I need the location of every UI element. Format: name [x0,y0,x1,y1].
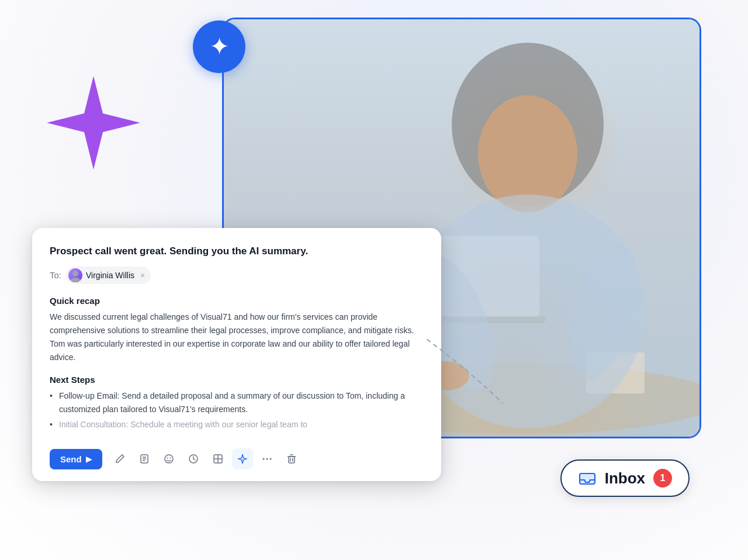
document-toolbar-button[interactable] [134,448,155,469]
clock-icon [188,454,199,464]
email-to-row: To: Virginia Willis × [50,267,424,284]
send-button[interactable]: Send ▶ [50,449,102,469]
inbox-icon-wrap [578,469,597,488]
svg-point-12 [70,278,81,282]
send-arrow-icon: ▶ [86,455,92,464]
more-dots-icon [262,454,272,464]
next-step-item-2: Initial Consultation: Schedule a meeting… [50,418,424,431]
inbox-pill[interactable]: Inbox 1 [560,459,690,497]
inbox-badge: 1 [653,469,672,488]
quick-recap-body: We discussed current legal challenges of… [50,310,424,364]
svg-rect-29 [289,457,295,463]
table-icon [213,454,223,464]
email-toolbar: Send ▶ [50,440,424,469]
send-label: Send [60,454,82,464]
ai-sparkle-icon: ✦ [209,34,230,59]
email-subject: Prospect call went great. Sending you th… [50,244,424,258]
svg-point-18 [167,458,168,459]
svg-line-22 [193,459,195,460]
recipient-avatar [68,268,82,282]
edit-toolbar-button[interactable] [109,448,130,469]
inbox-label: Inbox [605,469,645,488]
inbox-tray-icon [578,469,597,488]
document-icon [139,454,150,464]
more-toolbar-button[interactable] [257,448,278,469]
pencil-icon [115,454,125,464]
recipient-remove-button[interactable]: × [140,271,145,280]
emoji-icon [164,454,174,464]
to-label: To: [50,270,61,280]
next-steps-title: Next Steps [50,375,424,385]
quick-recap-title: Quick recap [50,296,424,306]
dashed-line-connector [427,339,520,409]
table-toolbar-button[interactable] [207,448,228,469]
svg-point-17 [165,455,173,463]
ai-magic-icon [237,454,248,464]
next-steps-list: Follow-up Email: Send a detailed proposa… [50,389,424,431]
recipient-name: Virginia Willis [86,271,134,280]
next-step-item-1: Follow-up Email: Send a detailed proposa… [50,389,424,416]
delete-toolbar-button[interactable] [281,448,302,469]
svg-point-27 [266,458,268,460]
clock-toolbar-button[interactable] [183,448,204,469]
ai-toolbar-button[interactable] [232,448,253,469]
ai-circle-button[interactable]: ✦ [193,20,245,73]
svg-point-28 [269,458,271,460]
svg-point-26 [262,458,264,460]
email-compose-card: Prospect call went great. Sending you th… [32,228,441,481]
svg-point-11 [72,271,78,276]
recipient-chip[interactable]: Virginia Willis × [66,267,151,284]
emoji-toolbar-button[interactable] [158,448,179,469]
avatar-person-icon [68,268,82,282]
trash-icon [286,454,297,464]
svg-point-19 [169,458,171,459]
